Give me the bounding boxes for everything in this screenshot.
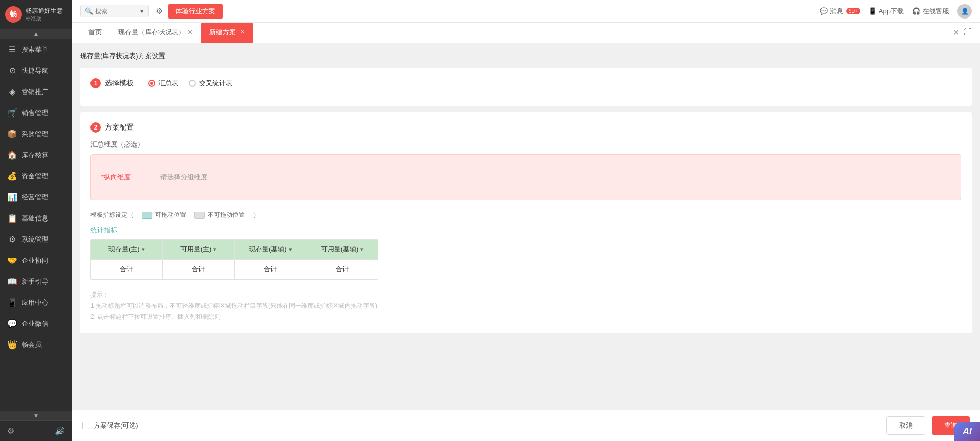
radio-cross-circle	[189, 80, 196, 87]
tabbar-actions: ✕ ⛶	[953, 28, 972, 38]
trial-btn[interactable]: 体验行业方案	[168, 4, 223, 19]
settings-icon[interactable]: ⚙	[7, 426, 14, 436]
chevron-current-aux-icon[interactable]: ▾	[289, 246, 292, 253]
stats-td-current-main: 合计	[91, 260, 163, 279]
chevron-available-main-icon[interactable]: ▾	[213, 246, 216, 253]
dimension-area[interactable]: *纵向维度 —— 请选择分组维度	[90, 154, 961, 200]
tips-item-2: 2. 点击标题栏下拉可设置排序、插入列和删除列	[90, 313, 221, 320]
user-avatar[interactable]: 👤	[957, 4, 972, 19]
legend-non-draggable-label: 不可拖动位置	[208, 211, 245, 219]
ai-badge[interactable]: Ai	[954, 422, 980, 441]
cancel-button[interactable]: 取消	[886, 416, 925, 435]
chevron-current-main-icon[interactable]: ▾	[142, 246, 145, 253]
sidebar-scroll-up[interactable]: ▲	[0, 29, 72, 39]
tab-new-plan[interactable]: 新建方案 ✕	[201, 23, 253, 43]
radio-summary[interactable]: 汇总表	[148, 79, 178, 88]
stats-td-current-aux: 合计	[235, 260, 307, 279]
tab-inventory-close-icon[interactable]: ✕	[187, 28, 193, 36]
app-logo-icon: 畅	[5, 6, 22, 23]
stats-th-current-aux-label: 现存量(基辅)	[249, 245, 287, 254]
sidebar-item-label: 新手引导	[22, 277, 48, 286]
online-service-item[interactable]: 🎧 在线客服	[912, 7, 949, 16]
sidebar-item-label: 系统管理	[22, 235, 48, 244]
cooperation-icon: 🤝	[7, 255, 17, 265]
sidebar-item-inventory[interactable]: 🏠 库存核算	[0, 144, 72, 166]
legend-draggable: 可拖动位置	[142, 211, 186, 219]
sidebar-item-finance[interactable]: 💰 资金管理	[0, 166, 72, 187]
indicator-suffix: ）	[253, 211, 259, 219]
sidebar-item-label: 企业微信	[22, 319, 48, 328]
tab-home[interactable]: 首页	[80, 23, 110, 43]
tab-inventory-status[interactable]: 现存量（库存状况表） ✕	[110, 23, 201, 43]
stats-title: 统计指标	[90, 226, 961, 235]
messages-item[interactable]: 💬 消息 99+	[820, 7, 860, 16]
sidebar-item-member[interactable]: 👑 畅会员	[0, 334, 72, 355]
online-service-label: 在线客服	[922, 7, 949, 16]
step2-num: 2	[90, 122, 101, 133]
dimension-form-label: 汇总维度（必选）	[90, 140, 961, 149]
sidebar-item-label: 经营管理	[22, 193, 48, 202]
sidebar-item-sales[interactable]: 🛒 销售管理	[0, 102, 72, 123]
step1-num: 1	[90, 78, 101, 88]
chevron-available-aux-icon[interactable]: ▾	[360, 246, 364, 253]
stats-th-available-aux: 可用量(基辅) ▾	[306, 240, 378, 259]
radio-cross-label: 交叉统计表	[199, 79, 232, 88]
app-download-icon: 📱	[868, 7, 877, 15]
sidebar-item-label: 库存核算	[22, 151, 48, 160]
sidebar-item-search-menu[interactable]: ☰ 搜索菜单	[0, 39, 72, 60]
messages-badge: 99+	[846, 8, 860, 14]
topbar: 🔍 ▾ ⚙ 体验行业方案 💬 消息 99+ 📱 App下载 🎧 在线客服 👤	[72, 0, 980, 23]
page-title: 现存量(库存状况表)方案设置	[80, 51, 972, 61]
stats-th-current-main: 现存量(主) ▾	[91, 240, 163, 259]
stats-th-available-main-label: 可用量(主)	[180, 245, 212, 254]
avatar-text: 👤	[961, 8, 969, 15]
sidebar-item-basic-info[interactable]: 📋 基础信息	[0, 208, 72, 229]
dimension-required-label: *纵向维度	[101, 173, 131, 182]
step2-panel: 2 方案配置 汇总维度（必选） *纵向维度 —— 请选择分组维度 模板指标设定（…	[80, 112, 972, 333]
indicator-section: 模板指标设定（ 可拖动位置 不可拖动位置 ） 统计指标 现存	[90, 211, 961, 281]
sidebar: 畅 畅康通好生意 标准版 ▲ ☰ 搜索菜单 ⊙ 快捷导航 ◈ 营销推广 🛒 销售…	[0, 0, 72, 441]
stats-td-available-main: 合计	[163, 260, 235, 279]
sidebar-item-system[interactable]: ⚙ 系统管理	[0, 229, 72, 250]
sidebar-item-app-center[interactable]: 📱 应用中心	[0, 292, 72, 313]
sidebar-item-operations[interactable]: 📊 经营管理	[0, 187, 72, 208]
stats-table-row: 合计 合计 合计 合计	[91, 259, 378, 279]
sidebar-logo: 畅 畅康通好生意 标准版	[0, 0, 72, 29]
radio-cross[interactable]: 交叉统计表	[189, 79, 232, 88]
system-icon: ⚙	[7, 234, 17, 244]
step1-panel: 1 选择模板 汇总表 交叉统计表	[80, 68, 972, 106]
topbar-search-box[interactable]: 🔍 ▾	[80, 5, 149, 17]
wechat-icon: 💬	[7, 319, 17, 328]
sidebar-item-label: 营销推广	[22, 87, 48, 97]
guide-icon: 📖	[7, 277, 17, 286]
tab-expand-icon[interactable]: ⛶	[964, 28, 972, 38]
template-radio-group: 汇总表 交叉统计表	[148, 79, 232, 88]
sidebar-scroll-down[interactable]: ▼	[0, 411, 72, 420]
legend-draggable-label: 可拖动位置	[155, 211, 186, 219]
save-label: 方案保存(可选)	[94, 421, 138, 430]
sidebar-item-label: 销售管理	[22, 108, 48, 118]
save-checkbox[interactable]	[82, 422, 89, 429]
search-input[interactable]	[95, 8, 136, 15]
quick-nav-icon: ⊙	[7, 66, 17, 76]
search-dropdown-icon[interactable]: ▾	[140, 7, 144, 15]
message-icon: 💬	[820, 7, 828, 15]
app-download-label: App下载	[879, 7, 904, 16]
sidebar-item-purchase[interactable]: 📦 采购管理	[0, 123, 72, 144]
sound-icon[interactable]: 🔊	[55, 426, 65, 436]
sidebar-item-marketing[interactable]: ◈ 营销推广	[0, 81, 72, 102]
messages-label: 消息	[830, 7, 843, 16]
stats-th-current-main-label: 现存量(主)	[108, 245, 140, 254]
sidebar-item-wechat[interactable]: 💬 企业微信	[0, 313, 72, 334]
sidebar-item-quick-nav[interactable]: ⊙ 快捷导航	[0, 60, 72, 81]
app-download-item[interactable]: 📱 App下载	[868, 7, 904, 16]
sidebar-item-cooperation[interactable]: 🤝 企业协同	[0, 250, 72, 271]
sidebar-item-guide[interactable]: 📖 新手引导	[0, 271, 72, 292]
sidebar-nav: ☰ 搜索菜单 ⊙ 快捷导航 ◈ 营销推广 🛒 销售管理 📦 采购管理 🏠 库存核…	[0, 39, 72, 411]
save-option: 方案保存(可选)	[82, 421, 138, 430]
settings-gear-icon[interactable]: ⚙	[156, 6, 163, 16]
radio-summary-circle	[148, 80, 155, 87]
tab-minimize-icon[interactable]: ✕	[953, 28, 959, 38]
tab-new-plan-close-icon[interactable]: ✕	[240, 29, 245, 35]
purchase-icon: 📦	[7, 129, 17, 139]
